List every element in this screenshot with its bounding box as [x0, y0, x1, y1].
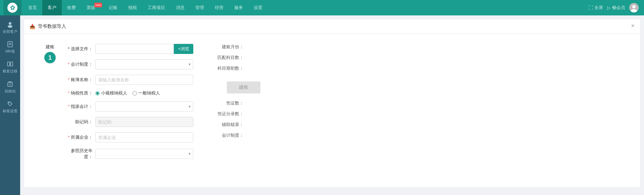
step-number: 1 — [48, 54, 52, 61]
dialog-title: 导爷数据导入 — [38, 23, 66, 29]
history-year-select[interactable] — [95, 149, 193, 159]
ledger-name-label: 账簿名称： — [66, 77, 93, 83]
svg-rect-8 — [7, 62, 10, 66]
step-area: 建账 1 — [44, 44, 56, 160]
sidebar-recycle-label: 回收站 — [5, 89, 16, 93]
dialog-body: 建账 1 * 选择文件： +浏览 — [24, 34, 640, 170]
nav-item-client[interactable]: 客户 — [42, 0, 62, 15]
sidebar-item-zero-declare[interactable]: 0申报 — [1, 38, 19, 56]
history-year-label: 参照历史年度： — [66, 148, 93, 160]
nav-item-fee[interactable]: 收费 — [62, 0, 81, 15]
accountant-select-wrap: ▾ — [95, 102, 193, 112]
play-icon: ▷ — [607, 5, 611, 10]
fullscreen-icon: ⛶ — [588, 5, 593, 10]
logo-area[interactable]: ✿ — [3, 0, 21, 15]
nav-right: ⛶ 全屏 ▷ 畅会员 — [588, 3, 644, 12]
file-input[interactable] — [95, 44, 174, 54]
company-input[interactable] — [95, 132, 193, 142]
sidebar-zero-declare-label: 0申报 — [5, 49, 15, 54]
tag-settings-icon — [6, 100, 14, 108]
all-clients-icon — [6, 21, 14, 28]
voucher-count-row: 凭证数： — [213, 100, 627, 106]
new-badge: new — [94, 3, 102, 7]
right-info-section: 建账月份： 匹配科目数： 科目期初数： — [213, 44, 627, 71]
accounting-system-row: 会计制度： ▾ — [66, 59, 193, 69]
sidebar-item-all-clients[interactable]: 全部客户 — [1, 18, 19, 37]
svg-point-14 — [9, 102, 10, 103]
fullscreen-button[interactable]: ⛶ 全屏 — [588, 5, 603, 11]
accounting-system-select-wrap: ▾ — [95, 59, 193, 69]
memo-input[interactable] — [95, 117, 193, 127]
browse-button[interactable]: +浏览 — [174, 44, 193, 54]
build-month-row: 建账月份： — [213, 44, 627, 50]
sidebar-item-tag-settings[interactable]: 标签设置 — [1, 97, 19, 116]
main-layout: 全部客户 0申报 账套迁移 回收站 标签设置 — [0, 15, 644, 195]
build-month-label: 建账月份： — [213, 44, 244, 50]
nav-menu: 首页 客户 收费 票据 new 记账 报税 工商项目 消息 管理 经营 服务 设… — [23, 0, 268, 15]
migrate-icon — [6, 60, 14, 68]
sidebar-item-recycle[interactable]: 回收站 — [1, 78, 19, 96]
sidebar-item-migrate[interactable]: 账套迁移 — [1, 58, 19, 76]
recycle-icon — [6, 80, 14, 88]
svg-point-4 — [8, 25, 12, 28]
nav-item-service[interactable]: 服务 — [229, 0, 248, 15]
tax-type-label: 纳税性质： — [66, 90, 93, 96]
dialog-header: 📥 导爷数据导入 × — [24, 19, 640, 34]
form-right: 建账月份： 匹配科目数： 科目期初数： 建账 — [193, 44, 627, 160]
voucher-entries-row: 凭证分录数： — [213, 111, 627, 117]
tax-type-row: 纳税性质： 小规模纳税人 一般纳税人 — [66, 90, 193, 96]
voucher-entries-label: 凭证分录数： — [213, 111, 244, 117]
sidebar-all-clients-label: 全部客户 — [3, 29, 17, 34]
memo-label: 助记码： — [66, 119, 93, 125]
dialog-panel: 📥 导爷数据导入 × 建账 1 * 选择文件： — [24, 19, 640, 187]
nav-item-tax[interactable]: 报税 — [123, 0, 142, 15]
nav-item-bookkeeping[interactable]: 记账 — [103, 0, 123, 15]
svg-point-1 — [632, 5, 636, 8]
nav-item-home[interactable]: 首页 — [23, 0, 42, 15]
nav-item-invoice[interactable]: 票据 new — [81, 0, 103, 15]
step-circle: 1 — [44, 52, 56, 63]
tax-small-radio[interactable]: 小规模纳税人 — [95, 90, 127, 96]
nav-item-operation[interactable]: 经营 — [209, 0, 229, 15]
step-label: 建账 — [46, 44, 54, 50]
company-label: 所属企业： — [66, 134, 93, 140]
tax-radio-group: 小规模纳税人 一般纳税人 — [95, 90, 160, 96]
svg-rect-5 — [8, 42, 12, 47]
avatar[interactable] — [629, 3, 639, 12]
import-icon: 📥 — [30, 24, 35, 29]
nav-item-settings[interactable]: 设置 — [248, 0, 268, 15]
file-label: * 选择文件： — [66, 46, 93, 52]
sidebar: 全部客户 0申报 账套迁移 回收站 标签设置 — [0, 15, 20, 195]
avatar-icon — [629, 3, 639, 12]
nav-item-manage[interactable]: 管理 — [190, 0, 209, 15]
svg-point-3 — [9, 22, 11, 25]
zero-declare-icon — [6, 41, 14, 48]
member-button[interactable]: ▷ 畅会员 — [607, 5, 625, 11]
company-row: 所属企业： — [66, 132, 193, 142]
sidebar-tag-settings-label: 标签设置 — [3, 109, 17, 113]
voucher-count-label: 凭证数： — [213, 100, 244, 106]
tax-general-label: 一般纳税人 — [138, 90, 160, 96]
file-row: * 选择文件： +浏览 — [66, 44, 193, 54]
file-input-group: +浏览 — [95, 44, 193, 54]
match-subject-label: 匹配科目数： — [213, 55, 244, 61]
accountant-select[interactable] — [95, 102, 193, 112]
subject-initial-label: 科目期初数： — [213, 65, 244, 71]
logo-circle: ✿ — [7, 3, 17, 13]
build-button[interactable]: 建账 — [227, 81, 260, 93]
content-area: 📥 导爷数据导入 × 建账 1 * 选择文件： — [20, 15, 644, 195]
ledger-name-input[interactable] — [95, 75, 193, 85]
sidebar-migrate-label: 账套迁移 — [3, 69, 17, 73]
close-button[interactable]: × — [631, 23, 635, 29]
logo-icon: ✿ — [10, 4, 15, 11]
accountant-label: 指派会计： — [66, 104, 93, 110]
ledger-name-row: 账簿名称： — [66, 75, 193, 85]
nav-item-business[interactable]: 工商项目 — [142, 0, 170, 15]
form-left: * 选择文件： +浏览 会计制度： ▾ — [66, 44, 193, 160]
tax-small-label: 小规模纳税人 — [101, 90, 127, 96]
nav-item-message[interactable]: 消息 — [170, 0, 190, 15]
auxiliary-label: 辅助核算： — [213, 122, 244, 128]
accounting-system-select[interactable] — [95, 59, 193, 69]
tax-general-radio[interactable]: 一般纳税人 — [133, 90, 160, 96]
svg-rect-11 — [8, 82, 12, 86]
